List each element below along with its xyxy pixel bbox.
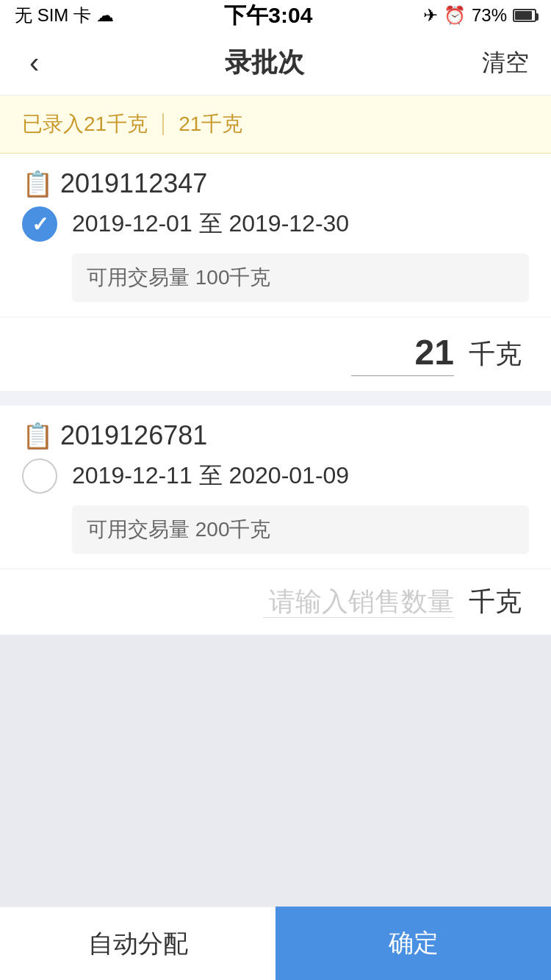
status-left: 无 SIM 卡 ☁	[15, 4, 114, 27]
batch-2-unit: 千克	[469, 584, 522, 620]
batch-1-doc-icon: 📋	[22, 169, 53, 198]
batch-1-availability: 可用交易量 100千克	[72, 253, 529, 302]
battery-icon	[513, 9, 536, 22]
batch-2-input-row: 千克	[0, 569, 551, 635]
batch-2-input-container	[29, 586, 454, 618]
page-title: 录批次	[225, 45, 304, 81]
batch-1-unit: 千克	[469, 336, 522, 372]
recorded-amount-value: 21千克	[179, 110, 242, 138]
battery-level: 73%	[472, 5, 507, 26]
batch-1-header: 📋 2019112347	[22, 168, 529, 199]
alarm-icon: ⏰	[444, 5, 466, 26]
section-separator	[0, 391, 551, 406]
batch-1-date: 2019-12-01 至 2019-12-30	[72, 208, 349, 240]
batch-1-id: 2019112347	[60, 168, 207, 199]
info-banner: 已录入21千克 21千克	[0, 96, 551, 154]
bottom-bar: 自动分配 确定	[0, 907, 551, 980]
status-time: 下午3:04	[224, 1, 312, 31]
batch-1-row: 2019-12-01 至 2019-12-30	[22, 206, 529, 242]
auto-distribute-button[interactable]: 自动分配	[0, 907, 276, 980]
batch-2-doc-icon: 📋	[22, 421, 53, 450]
back-button[interactable]: ‹	[22, 39, 46, 87]
batch-2-date: 2019-12-11 至 2020-01-09	[72, 460, 349, 492]
batch-1-radio[interactable]	[22, 206, 57, 242]
recorded-amount-label: 已录入21千克	[22, 110, 148, 138]
batch-1-amount-container: 21	[351, 332, 454, 376]
batch-2-header: 📋 2019126781	[22, 420, 529, 451]
clear-button[interactable]: 清空	[482, 47, 529, 79]
status-bar: 无 SIM 卡 ☁ 下午3:04 ✈ ⏰ 73%	[0, 0, 551, 31]
location-icon: ✈	[423, 5, 438, 26]
batch-1-underline	[351, 375, 454, 376]
batch-2-quantity-input[interactable]	[263, 586, 454, 618]
banner-divider	[162, 113, 164, 135]
batch-1-amount-row: 21 千克	[0, 317, 551, 391]
confirm-button[interactable]: 确定	[276, 907, 551, 980]
nav-bar: ‹ 录批次 清空	[0, 31, 551, 96]
batch-2-id: 2019126781	[60, 420, 207, 451]
batch-1-amount-value: 21	[415, 332, 454, 372]
status-right: ✈ ⏰ 73%	[423, 5, 536, 26]
batch-2-radio[interactable]	[22, 458, 57, 494]
batch-item-1: 📋 2019112347 2019-12-01 至 2019-12-30 可用交…	[0, 154, 551, 317]
batch-item-2: 📋 2019126781 2019-12-11 至 2020-01-09 可用交…	[0, 406, 551, 569]
batch-2-row: 2019-12-11 至 2020-01-09	[22, 458, 529, 494]
batch-2-availability: 可用交易量 200千克	[72, 505, 529, 554]
sim-status: 无 SIM 卡 ☁	[15, 4, 114, 27]
